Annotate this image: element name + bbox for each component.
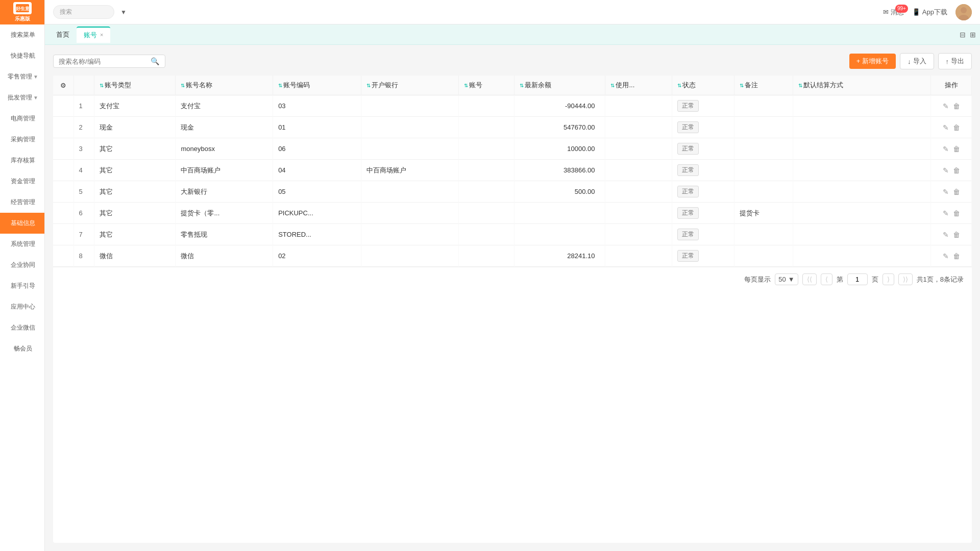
row-balance (514, 203, 605, 224)
sidebar-item-ops-mgmt[interactable]: 经营管理 (0, 192, 44, 213)
tab-home[interactable]: 首页 (49, 27, 77, 42)
edit-icon[interactable]: ✎ (943, 123, 949, 132)
sidebar-item-wholesale-mgmt[interactable]: 批发管理 ▼ (0, 87, 44, 108)
edit-icon[interactable]: ✎ (943, 102, 949, 110)
row-actions: ✎ 🗑 (931, 160, 972, 181)
row-actions: ✎ 🗑 (931, 117, 972, 138)
name-col-header[interactable]: ⇅账号名称 (176, 76, 273, 95)
edit-icon[interactable]: ✎ (943, 166, 949, 174)
sidebar-item-purchase-mgmt[interactable]: 采购管理 (0, 129, 44, 150)
sidebar-item-inventory[interactable]: 库存核算 (0, 150, 44, 171)
sidebar-item-corp-agreement[interactable]: 企业协同 (0, 255, 44, 276)
sidebar-item-ecommerce-mgmt[interactable]: 电商管理 (0, 108, 44, 129)
toolbar: 🔍 + 新增账号 ↓ 导入 ↑ 导出 (53, 53, 972, 69)
account-col-header[interactable]: ⇅账号 (458, 76, 514, 95)
sidebar-item-member[interactable]: 畅会员 (0, 338, 44, 359)
add-account-label: + 新增账号 (856, 57, 889, 66)
sidebar-item-retail-mgmt[interactable]: 零售管理 ▼ (0, 66, 44, 87)
row-bank (361, 203, 458, 224)
tab-account[interactable]: 账号 × (77, 27, 110, 43)
table-row: 5 其它 大新银行 05 500.00 正常 ✎ 🗑 (53, 181, 972, 203)
row-type: 支付宝 (94, 95, 176, 117)
tab-close-icon[interactable]: × (100, 32, 103, 38)
edit-icon[interactable]: ✎ (943, 252, 949, 260)
row-account (458, 245, 514, 267)
page-input[interactable] (847, 273, 868, 285)
search-box[interactable]: 🔍 (53, 55, 165, 68)
row-actions: ✎ 🗑 (931, 245, 972, 267)
row-status: 正常 (672, 117, 734, 138)
add-account-button[interactable]: + 新增账号 (849, 54, 896, 69)
row-num: 6 (74, 203, 94, 224)
row-balance: 547670.00 (514, 117, 605, 138)
row-notes (734, 117, 793, 138)
code-col-header[interactable]: ⇅账号编码 (273, 76, 361, 95)
export-button[interactable]: ↑ 导出 (938, 53, 972, 69)
row-actions: ✎ 🗑 (931, 95, 972, 117)
row-type: 其它 (94, 181, 176, 203)
sidebar-item-quick-nav[interactable]: 快捷导航 (0, 45, 44, 66)
delete-icon[interactable]: 🗑 (953, 166, 960, 174)
sidebar-item-search-menu[interactable]: 搜索菜单 (0, 24, 44, 45)
status-badge: 正常 (677, 186, 699, 197)
row-type: 微信 (94, 245, 176, 267)
delete-icon[interactable]: 🗑 (953, 145, 960, 153)
top-search-box[interactable]: 搜索 (53, 5, 114, 19)
settings-col-header[interactable]: ⚙ (53, 76, 74, 95)
notes-col-header[interactable]: ⇅备注 (734, 76, 793, 95)
sidebar-item-label: 电商管理 (11, 114, 35, 123)
sidebar-item-basic-info[interactable]: 基础信息 (0, 213, 44, 234)
dropdown-button[interactable]: ▼ (120, 9, 127, 16)
type-col-header[interactable]: ⇅账号类型 (94, 76, 176, 95)
delete-icon[interactable]: 🗑 (953, 252, 960, 260)
sidebar-item-finance-mgmt[interactable]: 资金管理 (0, 171, 44, 192)
row-code: 03 (273, 95, 361, 117)
table-row: 1 支付宝 支付宝 03 -90444.00 正常 ✎ 🗑 (53, 95, 972, 117)
row-settlement (793, 160, 931, 181)
row-notes (734, 138, 793, 160)
row-account (458, 160, 514, 181)
delete-icon[interactable]: 🗑 (953, 209, 960, 217)
expand-tab-icon[interactable]: ⊞ (970, 31, 976, 39)
row-notes (734, 245, 793, 267)
edit-icon[interactable]: ✎ (943, 209, 949, 217)
row-name: moneybosx (176, 138, 273, 160)
search-icon[interactable]: 🔍 (151, 57, 159, 65)
usage-col-header[interactable]: ⇅使用... (605, 76, 672, 95)
row-bank: 中百商场账户 (361, 160, 458, 181)
row-settings (53, 181, 74, 203)
prev-page-button[interactable]: ⟨ (821, 273, 832, 285)
next-page-button[interactable]: ⟩ (883, 273, 894, 285)
edit-icon[interactable]: ✎ (943, 231, 949, 239)
delete-icon[interactable]: 🗑 (953, 188, 960, 196)
import-button[interactable]: ↓ 导入 (900, 53, 934, 69)
minimize-tab-icon[interactable]: ⊟ (960, 31, 966, 39)
delete-icon[interactable]: 🗑 (953, 231, 960, 239)
search-input[interactable] (59, 58, 151, 65)
delete-icon[interactable]: 🗑 (953, 123, 960, 132)
delete-icon[interactable]: 🗑 (953, 102, 960, 110)
sidebar-item-label: 采购管理 (11, 135, 35, 144)
first-page-button[interactable]: ⟨⟨ (802, 273, 817, 285)
last-page-button[interactable]: ⟩⟩ (898, 273, 913, 285)
row-code: 05 (273, 181, 361, 203)
row-type: 现金 (94, 117, 176, 138)
row-name: 大新银行 (176, 181, 273, 203)
messages-button[interactable]: ✉ 消息 99+ (883, 8, 904, 17)
status-col-header[interactable]: ⇅状态 (672, 76, 734, 95)
edit-icon[interactable]: ✎ (943, 188, 949, 196)
bank-col-header[interactable]: ⇅开户银行 (361, 76, 458, 95)
row-status: 正常 (672, 224, 734, 245)
app-download-button[interactable]: 📱 App下载 (912, 8, 947, 17)
sidebar-item-corp-wechat[interactable]: 企业微信 (0, 317, 44, 338)
page-size-select[interactable]: 50 ▼ (775, 273, 798, 285)
import-label: 导入 (913, 57, 926, 66)
user-avatar[interactable] (955, 4, 972, 20)
sidebar-item-system-mgmt[interactable]: 系统管理 (0, 234, 44, 255)
settlement-col-header[interactable]: ⇅默认结算方式 (793, 76, 931, 95)
sidebar-item-starter-guide[interactable]: 新手引导 (0, 276, 44, 296)
edit-icon[interactable]: ✎ (943, 145, 949, 153)
sidebar-item-app-center[interactable]: 应用中心 (0, 296, 44, 317)
balance-col-header[interactable]: ⇅最新余额 (514, 76, 605, 95)
sidebar-item-label: 资金管理 (11, 177, 35, 186)
